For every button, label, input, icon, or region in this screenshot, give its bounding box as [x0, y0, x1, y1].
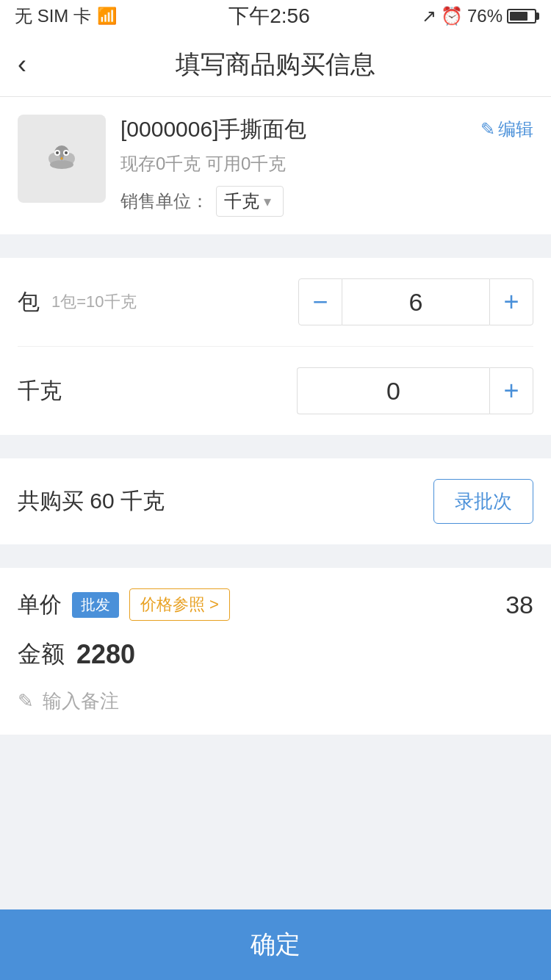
- price-label-text: 单价: [18, 590, 62, 620]
- amount-row: 金额 2280: [18, 638, 533, 671]
- price-label-group: 单价 批发 价格参照 >: [18, 588, 230, 621]
- alarm-icon: ⏰: [441, 6, 463, 26]
- page-title: 填写商品购买信息: [176, 48, 375, 82]
- carrier-text: 无 SIM 卡: [15, 4, 91, 28]
- batch-button[interactable]: 录批次: [433, 479, 533, 524]
- price-row: 单价 批发 价格参照 > 38: [18, 588, 533, 621]
- svg-point-6: [56, 151, 59, 154]
- battery-fill: [510, 12, 527, 21]
- price-ref-button[interactable]: 价格参照 >: [129, 588, 230, 621]
- status-left: 无 SIM 卡 📶: [15, 4, 117, 28]
- product-name: [0000006]手撕面包: [120, 115, 533, 145]
- summary-text: 共购买 60 千克: [18, 486, 165, 516]
- note-placeholder: 输入备注: [43, 688, 119, 714]
- unit-value: 千克: [224, 190, 259, 213]
- bao-plus-button[interactable]: +: [489, 278, 533, 325]
- divider-2: [0, 447, 551, 458]
- unit-label: 销售单位：: [120, 190, 209, 213]
- price-section: 单价 批发 价格参照 > 38 金额 2280 ✎ 输入备注: [0, 568, 551, 735]
- divider-1: [0, 246, 551, 258]
- battery-icon: [507, 9, 536, 24]
- bao-label-group: 包 1包=10千克: [18, 287, 137, 317]
- bao-qty-input[interactable]: [342, 278, 489, 325]
- summary-row: 共购买 60 千克 录批次: [0, 458, 551, 544]
- kg-qty-input[interactable]: [297, 367, 489, 414]
- quantity-input-section: 包 1包=10千克 − + 千克 +: [0, 258, 551, 435]
- amount-value: 2280: [76, 639, 135, 670]
- product-card: [0000006]手撕面包 现存0千克 可用0千克 销售单位： 千克 ▾ ✎ 编…: [0, 97, 551, 234]
- status-right: ↗ ⏰ 76%: [422, 6, 536, 26]
- price-ref-label: 价格参照 >: [140, 594, 219, 616]
- battery-percent: 76%: [467, 6, 503, 26]
- bao-qty-control: − +: [298, 278, 533, 325]
- product-stock: 现存0千克 可用0千克: [120, 152, 533, 176]
- product-unit-row: 销售单位： 千克 ▾: [120, 186, 533, 217]
- edit-button[interactable]: ✎ 编辑: [480, 118, 533, 141]
- kg-input-row: 千克 +: [18, 347, 533, 435]
- kg-plus-button[interactable]: +: [489, 367, 533, 414]
- unit-dropdown-icon: ▾: [264, 192, 271, 210]
- svg-point-3: [50, 160, 73, 169]
- bao-label: 包: [18, 287, 40, 317]
- divider-3: [0, 556, 551, 568]
- amount-label: 金额: [18, 638, 65, 671]
- pencil-icon: ✎: [18, 690, 34, 713]
- edit-label: 编辑: [498, 118, 533, 141]
- kg-qty-control: +: [297, 367, 533, 414]
- price-badge: 批发: [72, 592, 119, 618]
- status-time: 下午2:56: [228, 2, 310, 30]
- location-icon: ↗: [422, 6, 436, 26]
- note-row[interactable]: ✎ 输入备注: [18, 688, 533, 714]
- bao-input-row: 包 1包=10千克 − +: [18, 258, 533, 347]
- kg-label: 千克: [18, 376, 62, 406]
- bao-minus-button[interactable]: −: [298, 278, 342, 325]
- svg-point-7: [65, 151, 68, 154]
- status-bar: 无 SIM 卡 📶 下午2:56 ↗ ⏰ 76%: [0, 0, 551, 32]
- edit-icon: ✎: [480, 119, 495, 140]
- product-thumbnail: [18, 115, 106, 203]
- kg-label-text: 千克: [18, 376, 62, 406]
- nav-bar: ‹ 填写商品购买信息: [0, 32, 551, 97]
- product-info: [0000006]手撕面包 现存0千克 可用0千克 销售单位： 千克 ▾: [120, 115, 533, 217]
- back-button[interactable]: ‹: [18, 49, 26, 80]
- unit-select[interactable]: 千克 ▾: [216, 186, 284, 217]
- price-value: 38: [505, 591, 533, 619]
- wifi-icon: 📶: [97, 7, 117, 26]
- confirm-button[interactable]: 确定: [0, 909, 551, 980]
- product-image-icon: [40, 137, 84, 181]
- bao-hint: 1包=10千克: [51, 291, 137, 313]
